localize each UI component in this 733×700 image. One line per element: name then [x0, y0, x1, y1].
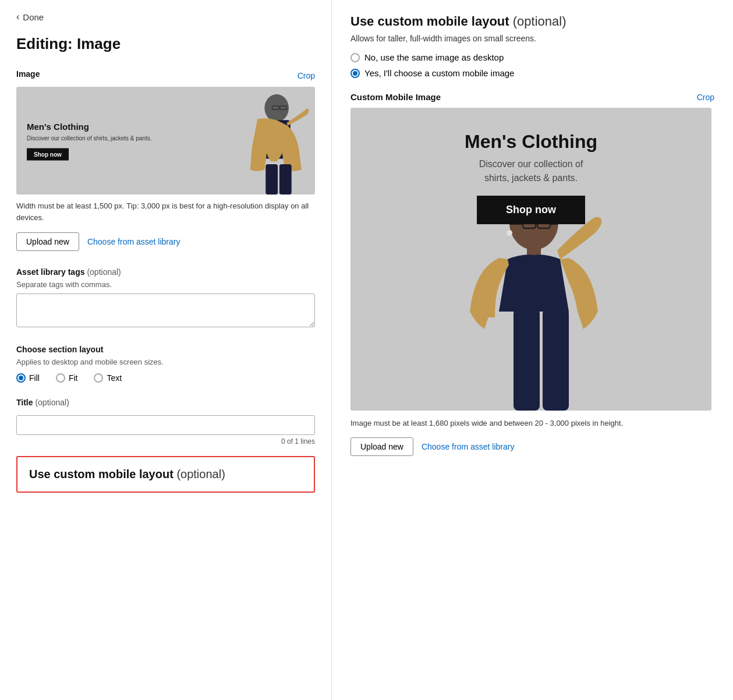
fit-label: Fit: [69, 373, 78, 383]
custom-mobile-section-highlight: Use custom mobile layout (optional): [16, 456, 315, 493]
layout-label: Choose section layout: [16, 345, 315, 354]
right-asset-library-button[interactable]: Choose from asset library: [422, 442, 515, 451]
asset-tags-input[interactable]: [16, 294, 315, 327]
chevron-left-icon: ‹: [16, 12, 19, 22]
mobile-image-hint: Image must be at least 1,680 pixels wide…: [350, 418, 711, 429]
yes-custom-radio-circle[interactable]: [350, 69, 360, 78]
mobile-model-figure: [432, 195, 630, 411]
mobile-crop-link[interactable]: Crop: [697, 93, 714, 102]
right-heading: Use custom mobile layout (optional): [350, 14, 714, 29]
mobile-preview-title: Men's Clothing: [465, 131, 597, 153]
svg-point-0: [264, 94, 289, 122]
preview-subtitle: Discover our collection of shirts, jacke…: [27, 134, 152, 142]
title-section: Title (optional) 0 of 1 lines: [16, 398, 315, 446]
svg-rect-3: [279, 164, 292, 195]
layout-fit-option[interactable]: Fit: [56, 373, 78, 383]
custom-mobile-image-header: Custom Mobile Image Crop: [350, 92, 714, 102]
back-button[interactable]: ‹ Done: [16, 12, 315, 22]
fill-label: Fill: [29, 373, 40, 383]
yes-custom-label: Yes, I'll choose a custom mobile image: [364, 68, 514, 78]
preview-model-figure: [222, 87, 315, 195]
right-hint: Allows for taller, full-width images on …: [350, 34, 714, 43]
text-radio-circle[interactable]: [94, 373, 103, 383]
image-section-header: Image Crop: [16, 69, 315, 82]
custom-mobile-image-label: Custom Mobile Image: [350, 92, 441, 102]
title-section-label: Title (optional): [16, 398, 315, 407]
preview-title: Men's Clothing: [27, 121, 152, 131]
preview-text-block: Men's Clothing Discover our collection o…: [27, 121, 152, 160]
yes-custom-option[interactable]: Yes, I'll choose a custom mobile image: [350, 68, 714, 78]
text-label: Text: [107, 373, 122, 383]
char-count: 0 of 1 lines: [16, 437, 315, 446]
image-section-label: Image: [16, 69, 40, 79]
right-upload-row: Upload new Choose from asset library: [350, 437, 714, 456]
mobile-radio-group: No, use the same image as desktop Yes, I…: [350, 52, 714, 78]
mobile-shop-button[interactable]: Shop now: [477, 196, 585, 224]
layout-hint: Applies to desktop and mobile screen siz…: [16, 358, 315, 366]
svg-rect-2: [265, 164, 278, 195]
left-panel: ‹ Done Editing: Image Image Crop Men's C…: [0, 0, 332, 700]
fit-radio-circle[interactable]: [56, 373, 65, 383]
layout-text-option[interactable]: Text: [94, 373, 122, 383]
svg-rect-10: [543, 309, 569, 411]
layout-radio-group: Fill Fit Text: [16, 373, 315, 383]
layout-fill-option[interactable]: Fill: [16, 373, 40, 383]
right-upload-new-button[interactable]: Upload new: [350, 437, 413, 456]
title-input[interactable]: [16, 415, 315, 435]
image-preview: Men's Clothing Discover our collection o…: [16, 87, 315, 195]
back-label: Done: [23, 12, 44, 22]
crop-link[interactable]: Crop: [298, 71, 315, 80]
upload-row: Upload new Choose from asset library: [16, 232, 315, 251]
mobile-preview-subtitle: Discover our collection ofshirts, jacket…: [465, 157, 597, 185]
layout-section: Choose section layout Applies to desktop…: [16, 345, 315, 383]
svg-point-16: [507, 230, 512, 236]
asset-library-button[interactable]: Choose from asset library: [87, 237, 180, 246]
mobile-preview-top: Men's Clothing Discover our collection o…: [465, 108, 597, 224]
preview-shop-button[interactable]: Shop now: [27, 148, 69, 160]
no-custom-label: No, use the same image as desktop: [364, 52, 504, 62]
asset-tags-label: Asset library tags (optional): [16, 267, 315, 277]
no-custom-radio-circle[interactable]: [350, 53, 360, 62]
svg-rect-9: [514, 309, 540, 411]
image-hint: Width must be at least 1,500 px. Tip: 3,…: [16, 200, 315, 223]
custom-mobile-label: Use custom mobile layout (optional): [29, 468, 225, 480]
upload-new-button[interactable]: Upload new: [16, 232, 79, 251]
asset-tags-hint: Separate tags with commas.: [16, 280, 315, 289]
mobile-image-preview: Men's Clothing Discover our collection o…: [350, 108, 711, 411]
right-panel: Use custom mobile layout (optional) Allo…: [332, 0, 733, 700]
asset-tags-section: Asset library tags (optional) Separate t…: [16, 267, 315, 330]
no-custom-option[interactable]: No, use the same image as desktop: [350, 52, 714, 62]
fill-radio-circle[interactable]: [16, 373, 26, 383]
page-title: Editing: Image: [16, 35, 315, 53]
